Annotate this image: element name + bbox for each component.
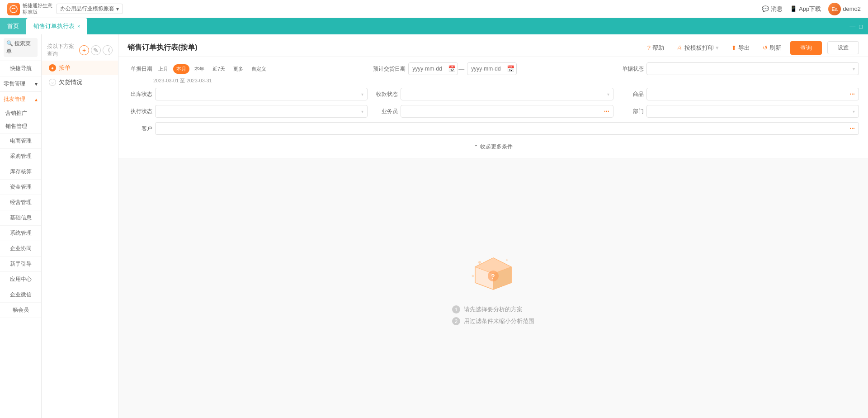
date-btn-last-month[interactable]: 上月: [155, 64, 171, 74]
company-selector[interactable]: 办公用品行业模拟账套 ▾: [56, 4, 123, 14]
calendar-from-icon[interactable]: 📅: [448, 65, 456, 72]
sidebar-sub-sales[interactable]: 销售管理: [0, 120, 41, 133]
date-btns: 上月 本月 本年 近7天 更多 自定义: [155, 64, 269, 74]
top-header: 畅捷通好生意 标准版 办公用品行业模拟账套 ▾ 💬 消息 📱 App下载 Ea …: [0, 0, 868, 18]
date-btn-this-month[interactable]: 本月: [173, 64, 189, 74]
customer-label: 客户: [127, 125, 152, 133]
sidebar-search-btn[interactable]: 🔍 搜索菜单: [4, 38, 38, 57]
panel-item-by-order[interactable]: ● 按单: [42, 61, 118, 75]
sidebar-item-retail[interactable]: 零售管理 ▾: [0, 76, 41, 91]
collapse-more-btn[interactable]: ⌃ 收起更多条件: [127, 139, 859, 152]
print-label: 按模板打印: [684, 44, 714, 52]
salesperson-control: ···: [401, 105, 613, 118]
tab-home[interactable]: 首页: [0, 18, 26, 34]
sidebar-item-quick-nav[interactable]: 快捷导航: [0, 61, 41, 76]
goods-label: 商品: [619, 90, 644, 98]
exec-status-select[interactable]: ▾: [155, 105, 368, 118]
filter-area: 单据日期 上月 本月 本年 近7天 更多 自定义: [118, 57, 868, 158]
customer-more-icon[interactable]: ···: [849, 125, 855, 132]
doc-status-chevron-icon: ▾: [853, 66, 855, 71]
doc-status-label: 单据状态: [619, 65, 644, 73]
salesperson-more-icon[interactable]: ···: [604, 108, 609, 115]
payment-status-control: ▾: [401, 88, 613, 100]
salesperson-select[interactable]: ···: [401, 105, 613, 118]
sidebar-item-system[interactable]: 系统管理: [0, 226, 41, 241]
print-btn[interactable]: 🖨 按模板打印 ▾: [673, 42, 722, 54]
message-action[interactable]: 💬 消息: [762, 5, 783, 13]
refresh-label: 刷新: [769, 44, 781, 52]
payment-status-select[interactable]: ▾: [401, 88, 613, 100]
tab-home-label: 首页: [7, 22, 19, 30]
scheme-collapse-btn[interactable]: 《: [103, 45, 113, 55]
left-panel: 按以下方案查询 + ✎ 《 ● 按单 ○ 欠货情况: [42, 34, 118, 418]
sidebar-item-finance[interactable]: 资金管理: [0, 180, 41, 195]
settings-btn[interactable]: 设置: [827, 41, 859, 54]
tab-close-icon[interactable]: ×: [77, 24, 80, 29]
out-status-chevron-icon: ▾: [361, 92, 363, 97]
search-btn[interactable]: 查询: [790, 41, 822, 55]
sidebar-item-newbie[interactable]: 新手引导: [0, 256, 41, 272]
department-control: ▾: [646, 105, 859, 118]
user-action[interactable]: Ea demo2: [828, 3, 861, 15]
tab-sales-order[interactable]: 销售订单执行表 ×: [26, 18, 87, 34]
logo-area: 畅捷通好生意 标准版: [7, 3, 52, 15]
sidebar-item-enterprise[interactable]: 企业协同: [0, 241, 41, 256]
sidebar-search-area: 🔍 搜索菜单: [0, 34, 41, 61]
customer-select[interactable]: ···: [155, 122, 859, 135]
scheme-edit-btn[interactable]: ✎: [91, 45, 101, 55]
sidebar-sub-marketing[interactable]: 营销推广: [0, 107, 41, 120]
user-name: demo2: [843, 5, 861, 12]
panel-item-icon-backorder: ○: [49, 79, 56, 86]
goods-control: ···: [646, 88, 859, 100]
filter-row-4: 客户 ···: [127, 122, 859, 135]
department-label: 部门: [619, 108, 644, 115]
sidebar-item-business[interactable]: 经营管理: [0, 195, 41, 210]
sidebar-item-member[interactable]: 畅会员: [0, 303, 41, 318]
sidebar: 🔍 搜索菜单 快捷导航 零售管理 ▾ 批发管理 ▴ 营销推广 销售管理: [0, 34, 42, 418]
filter-row-1: 单据日期 上月 本月 本年 近7天 更多 自定义: [127, 62, 859, 75]
refresh-btn[interactable]: ↺ 刷新: [759, 42, 785, 54]
sidebar-item-purchase[interactable]: 采购管理: [0, 149, 41, 164]
date-dash: —: [458, 66, 465, 72]
sidebar-item-ecommerce[interactable]: 电商管理: [0, 133, 41, 149]
calendar-to-icon[interactable]: 📅: [507, 65, 514, 72]
out-status-select[interactable]: ▾: [155, 88, 368, 100]
sidebar-item-wechat[interactable]: 企业微信: [0, 287, 41, 303]
sidebar-item-basic[interactable]: 基础信息: [0, 210, 41, 226]
date-btn-custom[interactable]: 自定义: [248, 64, 269, 74]
empty-hints: 1 请先选择要分析的方案 2 用过滤条件来缩小分析范围: [452, 305, 534, 325]
date-btn-7days[interactable]: 近7天: [209, 64, 228, 74]
payment-status-label: 收款状态: [373, 90, 398, 98]
page-header: 销售订单执行表(按单) ? 帮助 🖨 按模板打印 ▾ ⬆ 导出: [118, 34, 868, 57]
sidebar-item-wholesale[interactable]: 批发管理 ▴: [0, 92, 41, 107]
company-chevron-icon: ▾: [116, 6, 119, 12]
sidebar-item-inventory[interactable]: 库存核算: [0, 164, 41, 180]
user-avatar: Ea: [828, 3, 841, 15]
export-btn[interactable]: ⬆ 导出: [728, 42, 754, 54]
app-logo-icon: [7, 3, 20, 15]
filter-item-department: 部门 ▾: [619, 105, 859, 118]
print-chevron-icon: ▾: [716, 44, 719, 51]
help-btn[interactable]: ? 帮助: [644, 42, 668, 54]
goods-more-icon[interactable]: ···: [849, 90, 855, 98]
scheme-label: 按以下方案查询: [47, 43, 79, 58]
app-download-action[interactable]: 📱 App下载: [790, 5, 821, 13]
panel-item-backorder[interactable]: ○ 欠货情况: [42, 75, 118, 90]
filter-row-3: 执行状态 ▾ 业务员 ···: [127, 105, 859, 118]
doc-status-select[interactable]: ▾: [646, 62, 859, 75]
sidebar-item-apps[interactable]: 应用中心: [0, 272, 41, 287]
goods-select[interactable]: ···: [646, 88, 859, 100]
scheme-add-btn[interactable]: +: [79, 45, 89, 55]
inner-layout: 按以下方案查询 + ✎ 《 ● 按单 ○ 欠货情况: [42, 34, 868, 418]
exec-status-label: 执行状态: [127, 108, 152, 115]
department-select[interactable]: ▾: [646, 105, 859, 118]
filter-item-payment-status: 收款状态 ▾: [373, 88, 613, 100]
date-btn-this-year[interactable]: 本年: [191, 64, 208, 74]
date-btn-more[interactable]: 更多: [230, 64, 246, 74]
window-maximize-icon[interactable]: □: [859, 23, 863, 30]
dept-chevron-icon: ▾: [853, 109, 855, 114]
filter-item-salesperson: 业务员 ···: [373, 105, 613, 118]
window-minimize-icon[interactable]: —: [849, 23, 855, 30]
sidebar-group-wholesale: 批发管理 ▴ 营销推广 销售管理: [0, 92, 41, 133]
export-icon: ⬆: [731, 44, 736, 51]
